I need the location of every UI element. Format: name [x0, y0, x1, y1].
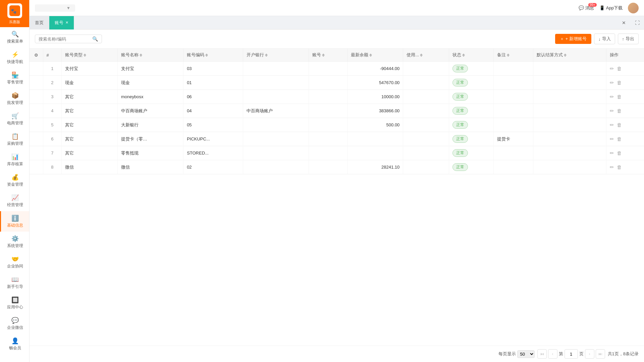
col-balance[interactable]: 最新余额: [347, 49, 403, 62]
sidebar-item-basic[interactable]: ℹ️ 基础信息: [0, 211, 29, 232]
sidebar-item-wechat[interactable]: 💬 企业微信: [0, 313, 29, 334]
sidebar-item-finance[interactable]: 💰 资金管理: [0, 170, 29, 191]
sidebar-item-quick-nav[interactable]: ⚡ 快捷导航: [0, 48, 29, 68]
tab-close-all-button[interactable]: ✕: [617, 16, 631, 29]
sidebar-item-member[interactable]: 👤 畅会员: [0, 334, 29, 354]
account-search-input[interactable]: [39, 37, 92, 42]
cell-status-5: 正常: [449, 132, 493, 146]
message-button[interactable]: 💬 消息 99+: [579, 5, 594, 11]
col-account[interactable]: 账号: [309, 49, 347, 62]
edit-button-7[interactable]: ✏: [610, 164, 614, 170]
import-button[interactable]: ↓ 导入: [594, 34, 615, 44]
prev-page-button[interactable]: ‹: [548, 349, 557, 359]
col-default-payment[interactable]: 默认结算方式: [533, 49, 606, 62]
sidebar-item-system-label: 系统管理: [7, 243, 23, 249]
delete-button-6[interactable]: 🗑: [617, 150, 622, 156]
table-row: 2 现金 现金 01 547670.00 正常 ✏ 🗑: [30, 76, 644, 90]
col-bank-sort[interactable]: [265, 54, 268, 57]
account-search-icon[interactable]: 🔍: [92, 36, 98, 42]
cell-type-3: 其它: [62, 104, 117, 118]
col-account-sort[interactable]: [322, 54, 325, 57]
sidebar-item-system[interactable]: ⚙️ 系统管理: [0, 232, 29, 252]
delete-button-3[interactable]: 🗑: [617, 108, 622, 114]
edit-button-5[interactable]: ✏: [610, 136, 614, 142]
cell-num-0: 1: [43, 62, 62, 76]
page-input[interactable]: [565, 349, 578, 359]
topbar-dropdown-arrow[interactable]: ▼: [66, 6, 70, 10]
edit-button-1[interactable]: ✏: [610, 80, 614, 86]
operation-icon: 📈: [11, 194, 19, 201]
user-avatar[interactable]: [628, 3, 639, 13]
sidebar-item-agreement[interactable]: 🤝 企业协同: [0, 252, 29, 273]
col-default-payment-label: 默认结算方式: [537, 52, 563, 58]
tab-expand-button[interactable]: ⛶: [631, 16, 644, 29]
delete-button-2[interactable]: 🗑: [617, 94, 622, 100]
add-icon: ＋: [560, 36, 564, 42]
delete-button-5[interactable]: 🗑: [617, 136, 622, 142]
table-row: 7 其它 零售抵现 STORED... 正常 ✏ 🗑: [30, 146, 644, 160]
sidebar-item-search[interactable]: 🔍 搜索菜单: [0, 27, 29, 48]
cell-action-0: ✏ 🗑: [606, 62, 644, 76]
delete-button-0[interactable]: 🗑: [617, 66, 622, 71]
col-type[interactable]: 账号类型: [62, 49, 117, 62]
sidebar-item-operation[interactable]: 📈 经营管理: [0, 191, 29, 211]
tabbar: 首页 账号 ✕ ✕ ⛶: [30, 16, 644, 29]
edit-button-6[interactable]: ✏: [610, 150, 614, 156]
delete-button-4[interactable]: 🗑: [617, 122, 622, 128]
page-size-dropdown[interactable]: 50 100 200: [517, 350, 535, 358]
sidebar-nav: 🔍 搜索菜单 ⚡ 快捷导航 🏪 零售管理 📦 批发管理 🛒 电商管理 📋 采购管…: [0, 27, 29, 362]
col-bank[interactable]: 开户银行: [243, 49, 309, 62]
edit-button-0[interactable]: ✏: [610, 66, 614, 72]
message-icon: 💬: [579, 5, 584, 10]
col-balance-sort[interactable]: [369, 54, 372, 57]
tab-home[interactable]: 首页: [30, 16, 49, 29]
next-page-button[interactable]: ›: [585, 349, 594, 359]
col-remark-sort[interactable]: [507, 54, 509, 57]
sidebar-item-inventory[interactable]: 📊 库存核算: [0, 150, 29, 170]
sidebar-item-guide[interactable]: 📖 新手引导: [0, 273, 29, 293]
cell-action-1: ✏ 🗑: [606, 76, 644, 90]
cell-account-5: [309, 132, 347, 146]
cell-default-payment-7: [533, 160, 606, 174]
col-status-sort[interactable]: [462, 54, 465, 57]
tab-account[interactable]: 账号 ✕: [49, 16, 74, 29]
wholesale-icon: 📦: [11, 92, 19, 99]
col-usage[interactable]: 使用...: [403, 49, 449, 62]
col-remark[interactable]: 备注: [493, 49, 533, 62]
topbar-search[interactable]: ▼: [35, 4, 75, 12]
col-status[interactable]: 状态: [449, 49, 493, 62]
col-code[interactable]: 账号编码: [183, 49, 243, 62]
col-settings[interactable]: ⚙: [30, 49, 43, 62]
export-button[interactable]: ↑ 导出: [618, 34, 639, 44]
sidebar-item-ecommerce[interactable]: 🛒 电商管理: [0, 109, 29, 129]
status-badge: 正常: [452, 163, 468, 171]
sidebar-item-retail[interactable]: 🏪 零售管理: [0, 68, 29, 88]
tab-account-label: 账号: [55, 20, 63, 26]
first-page-button[interactable]: ⏮: [537, 349, 547, 359]
sidebar-item-agreement-label: 企业协同: [7, 263, 23, 269]
delete-button-1[interactable]: 🗑: [617, 80, 622, 85]
settings-icon[interactable]: ⚙: [34, 53, 38, 58]
col-name-sort[interactable]: [140, 54, 142, 57]
edit-button-3[interactable]: ✏: [610, 108, 614, 114]
col-usage-sort[interactable]: [420, 54, 423, 57]
col-name[interactable]: 账号名称: [117, 49, 183, 62]
edit-button-4[interactable]: ✏: [610, 122, 614, 128]
edit-button-2[interactable]: ✏: [610, 94, 614, 100]
delete-button-7[interactable]: 🗑: [617, 164, 622, 170]
cell-default-payment-6: [533, 146, 606, 160]
app-logo[interactable]: 🐾 乐惠版: [0, 0, 29, 27]
sidebar-item-wholesale[interactable]: 📦 批发管理: [0, 88, 29, 109]
last-page-button[interactable]: ⏭: [596, 349, 605, 359]
col-default-payment-sort[interactable]: [564, 54, 567, 57]
account-search-wrap[interactable]: 🔍: [35, 35, 102, 43]
sidebar-item-app-center[interactable]: 🔲 应用中心: [0, 293, 29, 313]
sidebar-item-purchase[interactable]: 📋 采购管理: [0, 129, 29, 150]
app-download-button[interactable]: 📱 App下载: [599, 5, 623, 11]
total-info: 共1页，8条记录: [608, 351, 639, 357]
tab-close-icon[interactable]: ✕: [65, 20, 68, 25]
topbar-search-input[interactable]: [38, 6, 65, 10]
col-type-sort[interactable]: [84, 54, 86, 57]
col-code-sort[interactable]: [205, 54, 208, 57]
add-account-button[interactable]: ＋ + 新增账号: [555, 34, 591, 44]
